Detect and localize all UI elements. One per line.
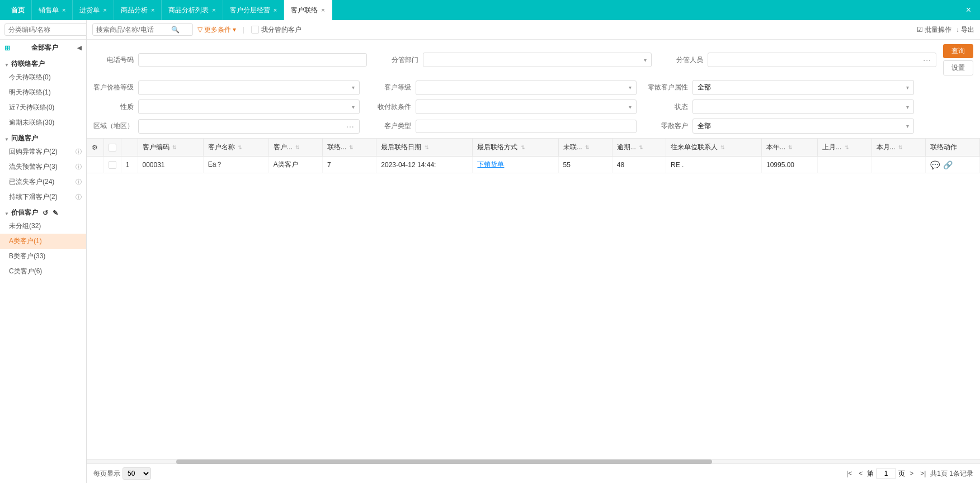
problem-expand-icon <box>4 135 9 143</box>
edit-value-icon[interactable]: ✎ <box>53 209 58 217</box>
th-settings[interactable]: ⚙ <box>87 139 103 157</box>
close-customer-contact-icon[interactable]: × <box>321 7 324 13</box>
sidebar-item-today-pending[interactable]: 今天待联络(0) <box>0 70 86 85</box>
main-search-input[interactable] <box>96 26 169 34</box>
pending-contact-header[interactable]: 待联络客户 <box>0 56 86 70</box>
row-checkbox[interactable] <box>109 161 116 169</box>
nav-tab-goods-analysis-list[interactable]: 商品分析列表 × <box>162 0 223 20</box>
pending-contact-label: 待联络客户 <box>11 59 45 69</box>
pending-expand-icon <box>4 60 9 68</box>
header-checkbox[interactable] <box>109 144 116 151</box>
th-unit-contact[interactable]: 往来单位联系人 ⇅ <box>666 139 761 157</box>
all-customers-header[interactable]: ⊞ 全部客户 ◀ <box>0 40 86 56</box>
main-search-area: 🔍 <box>92 23 193 36</box>
window-close-icon[interactable]: × <box>962 5 976 15</box>
filter-label: 更多条件 <box>204 25 231 35</box>
status-select[interactable]: ▾ <box>692 100 914 114</box>
nav-tab-customer-contact[interactable]: 客户联络 × <box>284 0 332 20</box>
th-this-year[interactable]: 本年... ⇅ <box>761 139 817 157</box>
page-number-input[interactable] <box>876 468 896 479</box>
table-header-row: ⚙ 客户编码 ⇅ 客户名称 ⇅ 客户... ⇅ 联络... ⇅ 最后联络日期 ⇅… <box>87 139 980 157</box>
main-search-icon[interactable]: 🔍 <box>171 26 180 34</box>
sidebar-item-7days-pending[interactable]: 近7天待联络(0) <box>0 100 86 115</box>
my-customers-label: 我分管的客户 <box>261 25 301 35</box>
settings-button[interactable]: 设置 <box>943 60 973 75</box>
sidebar-item-class-b[interactable]: B类客户(33) <box>0 249 86 264</box>
price-level-select[interactable]: ▾ <box>138 80 360 95</box>
sidebar-item-unclassified[interactable]: 未分组(32) <box>0 219 86 234</box>
customer-contact-label: 客户联络 <box>291 6 318 15</box>
th-overdue[interactable]: 逾期... ⇅ <box>612 139 666 157</box>
prev-page-button[interactable]: < <box>856 468 865 479</box>
th-contact[interactable]: 联络... ⇅ <box>323 139 376 157</box>
sidebar-item-repurchase-anomaly[interactable]: 回购异常客户(2) ⓘ <box>0 144 86 159</box>
close-customer-segment-icon[interactable]: × <box>274 7 277 13</box>
chat-action-icon[interactable]: 💬 <box>930 160 940 169</box>
my-customers-checkbox-label[interactable]: 我分管的客户 <box>251 25 301 35</box>
scrollbar-thumb[interactable] <box>176 460 712 464</box>
customer-level-label: 客户等级 <box>371 83 416 92</box>
th-last-contact-date[interactable]: 最后联络日期 ⇅ <box>376 139 473 157</box>
nav-tab-goods-analysis[interactable]: 商品分析 × <box>114 0 162 20</box>
td-last-contact-method[interactable]: 下销货单 <box>473 157 558 173</box>
category-search-input[interactable] <box>4 23 87 36</box>
export-button[interactable]: ↓ 导出 <box>956 25 974 35</box>
manager-input[interactable]: ··· <box>708 53 936 67</box>
th-name[interactable]: 客户名称 ⇅ <box>203 139 268 157</box>
sidebar-item-churned[interactable]: 已流失客户(24) ⓘ <box>0 174 86 190</box>
value-customers-header[interactable]: 价值客户 ↺ ✎ <box>0 205 86 219</box>
customer-level-select[interactable]: ▾ <box>416 80 637 95</box>
sidebar-item-class-a[interactable]: A类客户(1) <box>0 234 86 249</box>
th-last-month[interactable]: 上月... ⇅ <box>818 139 871 157</box>
contact-method-link[interactable]: 下销货单 <box>477 160 504 168</box>
next-page-button[interactable]: > <box>907 468 916 479</box>
nav-tab-home[interactable]: 首页 <box>4 0 32 20</box>
refresh-icon[interactable]: ↺ <box>43 209 48 217</box>
sidebar: 🔍 ⊞ 全部客户 ◀ 待联络客户 今天待联络(0) 明天待联络(1) 近7天待联… <box>0 20 87 483</box>
my-customers-checkbox[interactable] <box>251 26 259 34</box>
problem-customers-header[interactable]: 问题客户 <box>0 130 86 144</box>
batch-operation-button[interactable]: ☑ 批量操作 <box>917 25 951 35</box>
dept-select[interactable]: ▾ <box>423 53 652 67</box>
nav-tab-sales[interactable]: 销售单 × <box>32 0 73 20</box>
sidebar-item-declining[interactable]: 持续下滑客户(2) ⓘ <box>0 190 86 205</box>
nav-tab-purchase[interactable]: 进货单 × <box>73 0 114 20</box>
filter-region-field: 区域（地区） ··· <box>93 119 360 134</box>
customer-type-input[interactable] <box>416 120 637 133</box>
nature-select[interactable]: ▾ <box>138 100 360 114</box>
filter-arrow-icon: ▾ <box>233 26 236 34</box>
page-size-select[interactable]: 50 100 200 <box>123 467 151 480</box>
close-sales-icon[interactable]: × <box>62 7 65 13</box>
horizontal-scrollbar[interactable] <box>87 459 980 463</box>
th-last-contact-method[interactable]: 最后联络方式 ⇅ <box>473 139 558 157</box>
th-customer-type[interactable]: 客户... ⇅ <box>268 139 322 157</box>
table-container[interactable]: ⚙ 客户编码 ⇅ 客户名称 ⇅ 客户... ⇅ 联络... ⇅ 最后联络日期 ⇅… <box>87 139 980 459</box>
region-input[interactable]: ··· <box>138 119 360 134</box>
filter-dept-field: 分管部门 ▾ <box>378 53 652 67</box>
filter-manager-field: 分管人员 ··· <box>663 53 936 67</box>
retail-customer-select[interactable]: 全部 ▾ <box>692 119 914 134</box>
query-button[interactable]: 查询 <box>943 44 973 58</box>
sidebar-search-area: 🔍 <box>0 20 86 40</box>
close-purchase-icon[interactable]: × <box>103 7 106 13</box>
sidebar-item-class-c[interactable]: C类客户(6) <box>0 264 86 279</box>
collapse-icon[interactable]: ◀ <box>77 45 82 51</box>
nav-tab-customer-segment[interactable]: 客户分层经营 × <box>223 0 284 20</box>
last-page-button[interactable]: >| <box>918 468 928 479</box>
sidebar-item-tomorrow-pending[interactable]: 明天待联络(1) <box>0 85 86 100</box>
link-action-icon[interactable]: 🔗 <box>943 160 953 169</box>
first-page-button[interactable]: |< <box>844 468 854 479</box>
close-goods-analysis-list-icon[interactable]: × <box>212 7 215 13</box>
close-goods-analysis-icon[interactable]: × <box>151 7 154 13</box>
th-code[interactable]: 客户编码 ⇅ <box>138 139 203 157</box>
sidebar-item-churn-warning[interactable]: 流失预警客户(3) ⓘ <box>0 159 86 174</box>
th-checkbox[interactable] <box>103 139 121 157</box>
th-no-contact[interactable]: 未联... ⇅ <box>558 139 612 157</box>
th-this-month[interactable]: 本月... ⇅ <box>871 139 925 157</box>
phone-input[interactable] <box>138 53 367 67</box>
more-filter-button[interactable]: ▽ 更多条件 ▾ <box>197 25 236 35</box>
td-checkbox[interactable] <box>103 157 121 173</box>
sidebar-item-overdue-contact[interactable]: 逾期未联络(30) <box>0 115 86 130</box>
payment-select[interactable]: ▾ <box>416 100 637 114</box>
retail-attr-select[interactable]: 全部 ▾ <box>692 80 914 95</box>
